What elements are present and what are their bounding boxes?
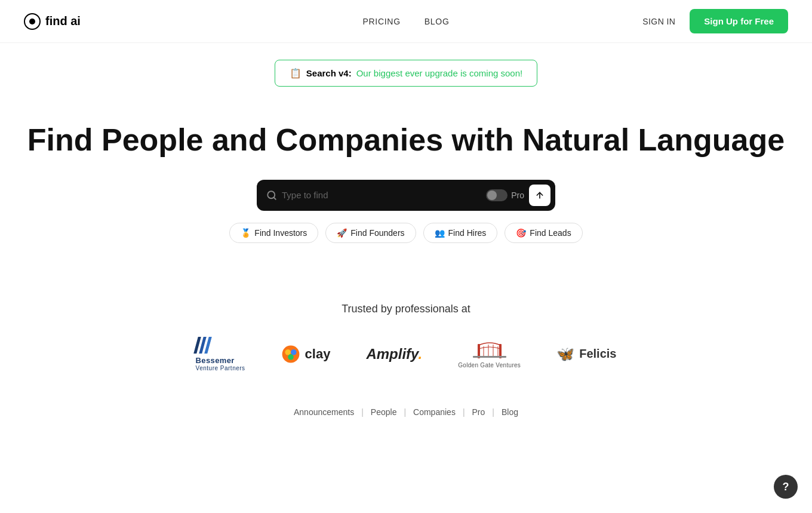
toggle-switch[interactable] bbox=[486, 189, 508, 201]
nav-link-pricing[interactable]: PRICING bbox=[363, 17, 401, 26]
filter-hires[interactable]: 👥 Find Hires bbox=[423, 223, 498, 243]
pro-label: Pro bbox=[511, 191, 524, 200]
banner-message: Our biggest ever upgrade is coming soon! bbox=[356, 68, 523, 78]
logo-clay: clay bbox=[281, 345, 331, 364]
announcement-banner: 📋 Search v4: Our biggest ever upgrade is… bbox=[275, 60, 537, 87]
pro-toggle[interactable]: Pro bbox=[486, 189, 524, 201]
brand-name: find ai bbox=[45, 14, 81, 28]
navbar: find ai PRICING BLOG SIGN IN Sign Up for… bbox=[0, 0, 812, 43]
footer-link-pro[interactable]: Pro bbox=[472, 407, 485, 417]
footer-link-announcements[interactable]: Announcements bbox=[294, 407, 354, 417]
hero-title: Find People and Companies with Natural L… bbox=[27, 122, 785, 158]
svg-point-5 bbox=[291, 349, 297, 355]
filter-hires-icon: 👥 bbox=[435, 228, 445, 238]
quick-filters: 🏅 Find Investors 🚀 Find Founders 👥 Find … bbox=[229, 223, 582, 243]
filter-leads-label: Find Leads bbox=[530, 228, 571, 238]
logo[interactable]: find ai bbox=[24, 13, 81, 30]
logo-amplify: Amplify. bbox=[366, 346, 422, 363]
banner-prefix: Search v4: bbox=[306, 68, 352, 78]
filter-investors-label: Find Investors bbox=[254, 228, 307, 238]
logos-row: Bessemer Venture Partners clay Amplify. bbox=[196, 337, 617, 371]
filter-founders-label: Find Founders bbox=[350, 228, 404, 238]
svg-point-4 bbox=[285, 349, 291, 355]
search-input[interactable] bbox=[282, 190, 481, 200]
svg-line-1 bbox=[273, 197, 275, 199]
filter-leads-icon: 🎯 bbox=[516, 228, 526, 238]
footer-link-people[interactable]: People bbox=[371, 407, 397, 417]
logo-circle-icon bbox=[24, 13, 41, 30]
signup-button[interactable]: Sign Up for Free bbox=[690, 9, 788, 33]
trusted-title: Trusted by professionals at bbox=[342, 303, 470, 315]
help-button[interactable]: ? bbox=[774, 475, 798, 499]
filter-investors-icon: 🏅 bbox=[241, 228, 251, 238]
svg-point-6 bbox=[288, 354, 294, 360]
nav-links: PRICING BLOG bbox=[363, 17, 450, 26]
footer-link-companies[interactable]: Companies bbox=[413, 407, 456, 417]
trusted-section: Trusted by professionals at Bessemer Ven… bbox=[0, 303, 812, 371]
svg-rect-9 bbox=[473, 356, 506, 358]
nav-link-blog[interactable]: BLOG bbox=[425, 17, 450, 26]
sign-in-button[interactable]: SIGN IN bbox=[642, 17, 675, 26]
logo-bessemer: Bessemer Venture Partners bbox=[196, 337, 245, 371]
filter-founders[interactable]: 🚀 Find Founders bbox=[325, 223, 416, 243]
filter-founders-icon: 🚀 bbox=[337, 228, 347, 238]
logo-golden-gate: Golden Gate Ventures bbox=[458, 339, 521, 368]
search-submit-button[interactable] bbox=[529, 185, 550, 206]
clay-logo-icon bbox=[281, 345, 300, 364]
hero-section: Find People and Companies with Natural L… bbox=[0, 122, 812, 243]
nav-right: SIGN IN Sign Up for Free bbox=[642, 9, 788, 33]
logo-felicis: 🦋 Felicis bbox=[556, 346, 616, 363]
felicis-logo-icon: 🦋 bbox=[556, 346, 574, 363]
search-bar: Pro bbox=[257, 180, 555, 211]
footer-link-blog[interactable]: Blog bbox=[502, 407, 518, 417]
banner-wrapper: 📋 Search v4: Our biggest ever upgrade is… bbox=[0, 60, 812, 87]
banner-icon: 📋 bbox=[290, 67, 302, 79]
footer: Announcements | People | Companies | Pro… bbox=[0, 407, 812, 429]
filter-investors[interactable]: 🏅 Find Investors bbox=[229, 223, 318, 243]
search-icon bbox=[266, 190, 277, 201]
golden-gate-bridge-icon bbox=[472, 339, 508, 361]
filter-leads[interactable]: 🎯 Find Leads bbox=[505, 223, 582, 243]
filter-hires-label: Find Hires bbox=[448, 228, 487, 238]
